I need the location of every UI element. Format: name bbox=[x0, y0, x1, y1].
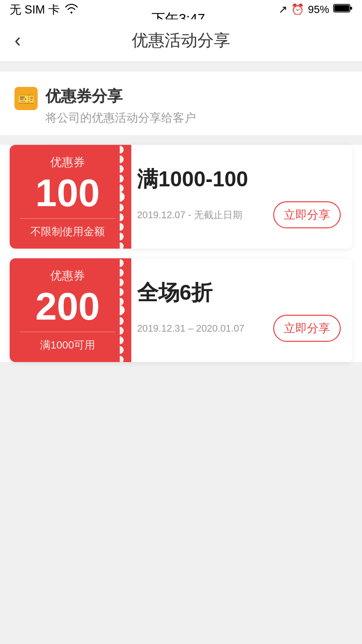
svg-rect-1 bbox=[334, 5, 349, 12]
coupon-left-2: 优惠券 200 满1000可用 bbox=[10, 258, 125, 362]
page-title: 优惠活动分享 bbox=[132, 29, 230, 52]
empty-area bbox=[0, 372, 362, 613]
battery-text: 95% bbox=[308, 3, 329, 16]
status-bar: 无 SIM 卡 下午3:47 ↗ ⏰ 95% bbox=[0, 0, 362, 19]
coupon-divider-2 bbox=[20, 332, 115, 332]
share-button-2[interactable]: 立即分享 bbox=[273, 315, 341, 342]
coupon-card-1: 优惠券 100 不限制使用金额 满1000-100 2019.12.07 - 无… bbox=[10, 145, 352, 249]
coupon-card-2: 优惠券 200 满1000可用 全场6折 2019.12.31 – 2020.0… bbox=[10, 258, 352, 362]
coupon-title-1: 满1000-100 bbox=[137, 165, 341, 194]
coupon-condition-2: 满1000可用 bbox=[40, 338, 96, 352]
carrier-text: 无 SIM 卡 bbox=[10, 2, 60, 17]
wifi-icon bbox=[65, 3, 78, 16]
coupon-amount-1: 100 bbox=[35, 174, 99, 212]
alarm-icon: ⏰ bbox=[291, 3, 304, 16]
coupon-date-2: 2019.12.31 – 2020.01.07 bbox=[137, 323, 268, 334]
section-text: 优惠券分享 将公司的优惠活动分享给客户 bbox=[45, 86, 196, 126]
status-left: 无 SIM 卡 bbox=[10, 2, 78, 17]
svg-rect-2 bbox=[350, 7, 352, 10]
back-button[interactable]: ‹ bbox=[14, 29, 21, 51]
section-icon: 🎫 bbox=[14, 87, 38, 110]
coupon-right-1: 满1000-100 2019.12.07 - 无截止日期 立即分享 bbox=[125, 145, 352, 249]
coupon-type-2: 优惠券 bbox=[50, 268, 85, 283]
status-right: ↗ ⏰ 95% bbox=[278, 3, 352, 16]
nav-bar: ‹ 优惠活动分享 bbox=[0, 19, 362, 62]
coupon-left-1: 优惠券 100 不限制使用金额 bbox=[10, 145, 125, 249]
coupon-meta-2: 2019.12.31 – 2020.01.07 立即分享 bbox=[137, 315, 341, 342]
coupon-type-1: 优惠券 bbox=[50, 154, 85, 170]
coupon-condition-1: 不限制使用金额 bbox=[30, 224, 105, 239]
section-header: 🎫 优惠券分享 将公司的优惠活动分享给客户 bbox=[0, 71, 362, 135]
coupon-title-2: 全场6折 bbox=[137, 279, 341, 307]
location-icon: ↗ bbox=[278, 3, 287, 16]
battery-icon bbox=[333, 3, 352, 16]
coupon-amount-2: 200 bbox=[35, 287, 99, 326]
coupon-date-1: 2019.12.07 - 无截止日期 bbox=[137, 209, 268, 222]
share-button-1[interactable]: 立即分享 bbox=[273, 201, 341, 228]
section-heading: 优惠券分享 bbox=[45, 86, 196, 107]
coupon-right-2: 全场6折 2019.12.31 – 2020.01.07 立即分享 bbox=[125, 258, 352, 362]
coupon-list: 优惠券 100 不限制使用金额 满1000-100 2019.12.07 - 无… bbox=[0, 145, 362, 362]
coupon-divider-1 bbox=[20, 218, 115, 219]
section-description: 将公司的优惠活动分享给客户 bbox=[45, 110, 196, 126]
coupon-meta-1: 2019.12.07 - 无截止日期 立即分享 bbox=[137, 201, 341, 228]
